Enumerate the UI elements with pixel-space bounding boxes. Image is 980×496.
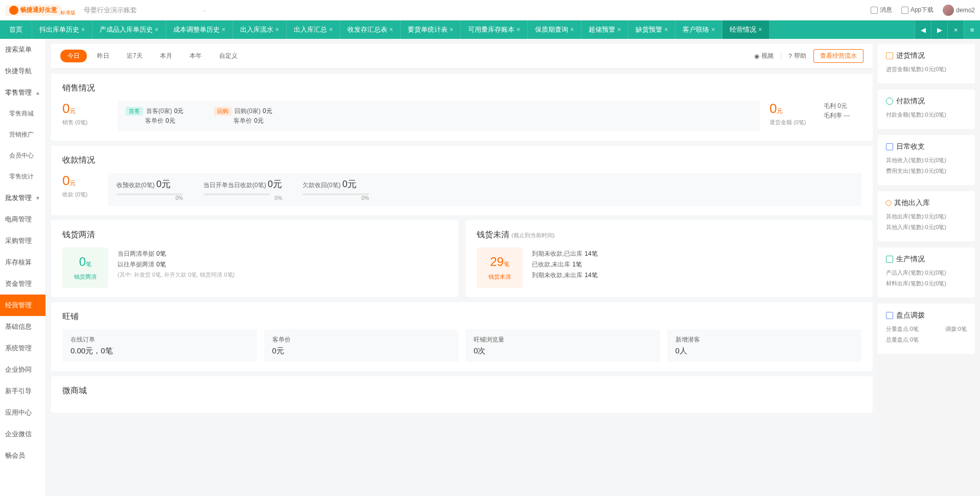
rp-payment: 付款情况 付款金额(笔数):0元(0笔) bbox=[878, 89, 975, 129]
rp-daily: 日常收支 其他收入(笔数):0元(0笔) 费用支出(笔数):0元(0笔) bbox=[878, 135, 975, 185]
profit-col: 毛利 0元 毛利率 --- bbox=[824, 101, 850, 121]
tab-2[interactable]: 产成品入库单历史× bbox=[92, 20, 166, 39]
progress-bar bbox=[302, 193, 369, 195]
range-month[interactable]: 本月 bbox=[153, 50, 179, 62]
divider bbox=[781, 53, 781, 60]
sidebar-guide[interactable]: 新手引导 bbox=[0, 380, 45, 402]
close-icon[interactable]: × bbox=[450, 26, 453, 33]
tab-11[interactable]: 缺货预警× bbox=[628, 20, 675, 39]
tabs-close-all[interactable]: × bbox=[947, 20, 964, 39]
sidebar-search[interactable]: 搜索菜单 bbox=[0, 39, 45, 60]
close-icon[interactable]: × bbox=[329, 26, 333, 33]
sales-refund-profit: 0元 退货金额 (0笔) 毛利 0元 毛利率 --- bbox=[769, 101, 861, 131]
tab-13[interactable]: 经营情况× bbox=[722, 20, 769, 39]
close-icon[interactable]: × bbox=[758, 26, 762, 33]
range-7d[interactable]: 近7天 bbox=[120, 50, 150, 62]
app-download-link[interactable]: App下载 bbox=[901, 6, 934, 14]
sidebar-retail-member[interactable]: 会员中心 bbox=[0, 145, 45, 166]
inventory-icon bbox=[886, 312, 893, 319]
collection-breakdown: 收预收款(0笔) 0元 0% 当日开单当日收款(0笔) 0元 0% 欠款收回(0… bbox=[108, 173, 861, 206]
close-icon[interactable]: × bbox=[222, 26, 225, 33]
tab-5[interactable]: 出入库汇总× bbox=[287, 20, 340, 39]
account-selector[interactable]: 母婴行业演示账套 ⌄ bbox=[84, 6, 871, 15]
tab-9[interactable]: 保质期查询× bbox=[528, 20, 581, 39]
chevron-up-icon: ▲ bbox=[35, 90, 40, 96]
range-custom[interactable]: 自定义 bbox=[212, 50, 245, 62]
chevron-down-icon: ▼ bbox=[35, 195, 40, 201]
download-icon bbox=[901, 7, 908, 14]
sidebar-funds[interactable]: 资金管理 bbox=[0, 273, 45, 295]
sidebar-purchase[interactable]: 采购管理 bbox=[0, 230, 45, 252]
shop-views: 旺铺浏览量0次 bbox=[465, 329, 660, 362]
rp-otherio: 其他出入库 其他出库(笔数):0元(0笔) 其他入库(笔数):0元(0笔) bbox=[878, 191, 975, 241]
brand-name: 畅捷通好生意 bbox=[20, 6, 57, 14]
help-link[interactable]: ? 帮助 bbox=[788, 52, 806, 60]
range-year[interactable]: 本年 bbox=[182, 50, 209, 62]
messages-link[interactable]: 消息 bbox=[871, 6, 892, 14]
sidebar-business[interactable]: 经营管理 bbox=[0, 295, 45, 316]
close-icon[interactable]: × bbox=[81, 26, 85, 33]
tabs-next[interactable]: ▶ bbox=[931, 20, 947, 39]
sidebar-collab[interactable]: 企业协同 bbox=[0, 359, 45, 380]
daily-icon bbox=[886, 143, 893, 150]
close-icon[interactable]: × bbox=[389, 26, 393, 33]
tab-6[interactable]: 收发存汇总表× bbox=[340, 20, 401, 39]
collection-card: 收款情况 0元 收款 (0笔) 收预收款(0笔) 0元 0% 当日开单当日收款(… bbox=[51, 146, 873, 215]
tabstrip-controls: ◀ ▶ × ≡ bbox=[915, 20, 980, 39]
sidebar-retail-mall[interactable]: 零售商城 bbox=[0, 103, 45, 124]
tab-home[interactable]: 首页 bbox=[0, 20, 32, 39]
sidebar-retail-promo[interactable]: 营销推广 bbox=[0, 124, 45, 145]
settle-clear-title: 钱货两清 bbox=[62, 230, 447, 240]
close-icon[interactable]: × bbox=[517, 26, 520, 33]
range-yesterday[interactable]: 昨日 bbox=[90, 50, 116, 62]
close-icon[interactable]: × bbox=[570, 26, 574, 33]
view-flow-button[interactable]: 查看经营流水 bbox=[813, 49, 864, 63]
sidebar-inventory[interactable]: 库存核算 bbox=[0, 252, 45, 273]
sidebar-ecommerce[interactable]: 电商管理 bbox=[0, 209, 45, 230]
progress-bar bbox=[116, 193, 183, 195]
tab-12[interactable]: 客户联络× bbox=[675, 20, 722, 39]
rp-inventory: 盘点调拨 分量盘点:0笔调拨:0笔 总量盘点:0笔 bbox=[878, 304, 975, 354]
chevron-down-icon: ⌄ bbox=[202, 7, 206, 13]
collection-total: 0元 收款 (0笔) bbox=[62, 173, 108, 206]
settle-unclear-big: 29笔 钱货未清 bbox=[477, 247, 523, 288]
range-today[interactable]: 今日 bbox=[60, 50, 87, 62]
tab-1[interactable]: 抖出库单历史× bbox=[32, 20, 92, 39]
tab-8[interactable]: 可用量库存账本× bbox=[461, 20, 528, 39]
tab-10[interactable]: 超储预警× bbox=[581, 20, 628, 39]
sidebar-appcenter[interactable]: 应用中心 bbox=[0, 402, 45, 423]
sidebar-basicinfo[interactable]: 基础信息 bbox=[0, 316, 45, 337]
close-icon[interactable]: × bbox=[155, 26, 158, 33]
settle-row: 钱货两清 0笔 钱货两清 当日两清单据0笔 以往单据两清0笔 (其中: 补发货 … bbox=[51, 220, 873, 297]
message-icon bbox=[871, 7, 878, 14]
production-icon bbox=[886, 256, 893, 263]
close-icon[interactable]: × bbox=[617, 26, 621, 33]
user-menu[interactable]: demo2 bbox=[943, 5, 975, 16]
close-icon[interactable]: × bbox=[275, 26, 279, 33]
tab-3[interactable]: 成本调整单历史× bbox=[166, 20, 233, 39]
sidebar-wechat[interactable]: 企业微信 bbox=[0, 423, 45, 445]
tab-4[interactable]: 出入库流水× bbox=[233, 20, 287, 39]
edition-label: 标准版 bbox=[60, 9, 76, 16]
tab-7[interactable]: 要货单统计表× bbox=[401, 20, 461, 39]
sidebar-retail[interactable]: 零售管理▲ bbox=[0, 82, 45, 103]
tabs-menu[interactable]: ≡ bbox=[964, 20, 980, 39]
progress-bar bbox=[203, 193, 270, 195]
sales-title: 销售情况 bbox=[62, 83, 861, 94]
sidebar-wholesale[interactable]: 批发管理▼ bbox=[0, 187, 45, 209]
close-icon[interactable]: × bbox=[664, 26, 668, 33]
micromall-card: 微商城 bbox=[51, 376, 873, 413]
rp-purchase: 进货情况 进货金额(笔数):0元(0笔) bbox=[878, 44, 975, 83]
tabs-prev[interactable]: ◀ bbox=[915, 20, 931, 39]
video-link[interactable]: ◉ 视频 bbox=[754, 52, 774, 60]
settle-unclear-card: 钱货未清(截止到当前时间) 29笔 钱货未清 到期未收款,已出库14笔 已收款,… bbox=[465, 220, 873, 297]
settle-unclear-title: 钱货未清(截止到当前时间) bbox=[477, 230, 861, 240]
main: 今日 昨日 近7天 本月 本年 自定义 ◉ 视频 ? 帮助 查看经营流水 销售情… bbox=[46, 39, 878, 496]
close-icon[interactable]: × bbox=[711, 26, 715, 33]
sidebar-member[interactable]: 畅会员 bbox=[0, 445, 45, 466]
sidebar-retail-stats[interactable]: 零售统计 bbox=[0, 166, 45, 187]
sidebar-quicknav[interactable]: 快捷导航 bbox=[0, 60, 45, 82]
brand-icon bbox=[9, 6, 18, 15]
shop-card: 旺铺 在线订单0.00元，0笔 客单价0元 旺铺浏览量0次 新增潜客0人 bbox=[51, 302, 873, 371]
sidebar-system[interactable]: 系统管理 bbox=[0, 337, 45, 359]
